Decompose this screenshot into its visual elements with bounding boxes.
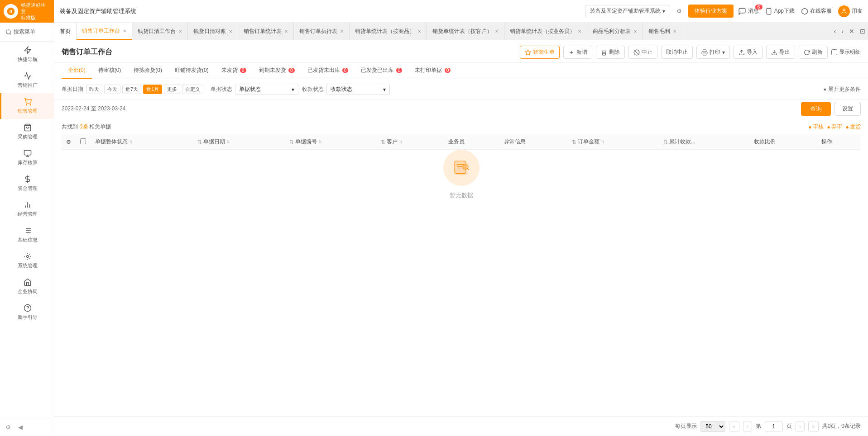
tab-sales-summary-customer[interactable]: 销货单统计表（按客户） ✕ xyxy=(427,23,504,40)
sidebar-search-area[interactable]: 搜索菜单 xyxy=(0,23,54,42)
subtab-shipped-out[interactable]: 已发货已出库 0 xyxy=(355,63,408,79)
user-menu-button[interactable]: 用友 xyxy=(838,5,863,17)
payment-select[interactable]: 收款状态 ▾ xyxy=(326,84,390,95)
delete-button[interactable]: 删除 xyxy=(596,46,625,59)
settings-icon-button[interactable]: ⚙ xyxy=(4,422,13,432)
tab-sales-summary-product-close[interactable]: ✕ xyxy=(417,29,421,34)
tab-prev-button[interactable]: ‹ xyxy=(831,26,839,37)
system-select-button[interactable]: 装备及固定资产辅助管理系统 ▾ xyxy=(585,5,670,17)
col-status-sort[interactable]: ⇅ xyxy=(129,139,133,144)
date-7days-btn[interactable]: 近7天 xyxy=(122,85,141,94)
next-page-button[interactable]: › xyxy=(796,422,805,431)
sidebar-item-inventory[interactable]: 库存核算 xyxy=(0,145,54,171)
query-button[interactable]: 查询 xyxy=(801,102,831,116)
search-menu-button[interactable]: 搜索菜单 xyxy=(4,26,50,38)
tab-sales-summary-staff[interactable]: 销货单统计表（按业务员） ✕ xyxy=(504,23,587,40)
date-today-btn[interactable]: 今天 xyxy=(104,85,120,94)
messages-button[interactable]: 消息 6 xyxy=(738,7,759,15)
table-checkbox-header[interactable] xyxy=(76,134,91,150)
col-number-sort-icon[interactable]: ⇅ xyxy=(289,139,294,145)
subtab-pending-review[interactable]: 待审核(0) xyxy=(92,63,128,79)
last-page-button[interactable]: » xyxy=(808,422,819,431)
date-more-btn[interactable]: 更多 xyxy=(164,85,180,94)
sidebar-item-operations[interactable]: 经营管理 xyxy=(0,196,54,222)
tab-sales-summary-staff-close[interactable]: ✕ xyxy=(578,29,581,34)
tab-home[interactable]: 首页 xyxy=(54,23,77,40)
print-button[interactable]: 打印 ▾ xyxy=(696,46,730,59)
sidebar-item-marketing[interactable]: 营销推广 xyxy=(0,67,54,93)
refresh-button[interactable]: 刷新 xyxy=(799,46,828,59)
date-custom-btn[interactable]: 自定义 xyxy=(182,85,203,94)
page-size-select[interactable]: 10 20 50 100 xyxy=(700,421,725,432)
date-yesterday-btn[interactable]: 昨天 xyxy=(86,85,102,94)
subtab-overdue-unshipped[interactable]: 到期未发货 0 xyxy=(253,63,301,79)
sidebar-item-basic[interactable]: 基础信息 xyxy=(0,222,54,248)
tab-sales-stats-close[interactable]: ✕ xyxy=(284,29,288,34)
tab-sales-stats[interactable]: 销售订单统计表 ✕ xyxy=(238,23,294,40)
subtab-unprinted[interactable]: 未打印单据 0 xyxy=(408,63,457,79)
subtab-unshipped[interactable]: 未发货 0 xyxy=(215,63,253,79)
sidebar-item-sales[interactable]: 销售管理 xyxy=(0,93,54,119)
sidebar-item-enterprise[interactable]: 企业协同 xyxy=(0,274,54,299)
col-date-sort-icon[interactable]: ⇅ xyxy=(197,139,202,145)
topbar-gear-button[interactable]: ⚙ xyxy=(675,6,684,16)
subtab-pending-check[interactable]: 待拣验货(0) xyxy=(127,63,168,79)
col-customer-sort[interactable]: ⇅ xyxy=(399,139,403,144)
tab-sales-exec-close[interactable]: ✕ xyxy=(340,29,344,34)
tab-cash-daily[interactable]: 钱货日清工作台 ✕ xyxy=(132,23,188,40)
export-button[interactable]: 导出 xyxy=(766,46,795,59)
col-amount-sort-icon[interactable]: ⇅ xyxy=(572,139,576,145)
smart-generate-button[interactable]: 智能生单 xyxy=(520,46,560,59)
stop-button[interactable]: 中止 xyxy=(628,46,657,59)
subtab-wangpu-ship[interactable]: 旺铺待发货(0) xyxy=(168,63,215,79)
settings-button[interactable]: 设置 xyxy=(834,102,861,116)
show-detail-checkbox-label[interactable]: 显示明细 xyxy=(831,48,861,56)
status-select[interactable]: 单据状态 ▾ xyxy=(235,84,298,95)
solution-button[interactable]: 体验行业方案 xyxy=(688,5,734,18)
date-1month-btn[interactable]: 近1月 xyxy=(143,85,162,94)
cancel-review-action-button[interactable]: ● 弃审 xyxy=(827,123,842,131)
tab-cash-reconcile[interactable]: 钱货日清对账 ✕ xyxy=(188,23,238,40)
tab-sales-workbench-close[interactable]: ✕ xyxy=(123,28,126,33)
app-download-button[interactable]: App下载 xyxy=(765,7,795,15)
col-customer-sort-icon[interactable]: ⇅ xyxy=(381,139,385,145)
sidebar-item-system[interactable]: 系统管理 xyxy=(0,248,54,274)
tab-menu-button[interactable]: ⊡ xyxy=(857,26,868,37)
col-collected-sort-icon[interactable]: ⇅ xyxy=(663,139,668,145)
col-date-sort[interactable]: ⇅ xyxy=(226,139,230,144)
col-number-sort[interactable]: ⇅ xyxy=(318,139,322,144)
add-button[interactable]: 新增 xyxy=(563,46,592,59)
select-all-checkbox[interactable] xyxy=(80,138,86,144)
tab-next-button[interactable]: › xyxy=(839,26,846,37)
tab-product-margin[interactable]: 商品毛利分析表 ✕ xyxy=(587,23,643,40)
show-detail-checkbox[interactable] xyxy=(831,49,837,55)
subtab-all[interactable]: 全部(0) xyxy=(62,63,92,79)
tab-sales-gross[interactable]: 销售毛利 ✕ xyxy=(643,23,682,40)
import-button[interactable]: 导入 xyxy=(734,46,762,59)
sidebar-item-guide[interactable]: 新手引导 xyxy=(0,299,54,325)
table-settings-header[interactable]: ⚙ xyxy=(62,134,76,150)
tab-close-all-button[interactable]: ✕ xyxy=(846,26,857,37)
first-page-button[interactable]: « xyxy=(729,422,739,431)
tab-sales-exec[interactable]: 销售订单执行表 ✕ xyxy=(294,23,350,40)
tab-sales-summary-customer-close[interactable]: ✕ xyxy=(495,29,499,34)
tab-sales-workbench[interactable]: 销售订单工作台 ✕ xyxy=(77,23,132,40)
subtab-shipped-not-out[interactable]: 已发货未出库 0 xyxy=(301,63,355,79)
tab-sales-gross-close[interactable]: ✕ xyxy=(673,29,676,34)
tab-sales-summary-product[interactable]: 销货单统计表（按商品） ✕ xyxy=(350,23,427,40)
cancel-stop-button[interactable]: 取消中止 xyxy=(661,46,693,59)
review-action-button[interactable]: ● 审核 xyxy=(808,123,823,131)
sidebar-item-quick-nav[interactable]: 快捷导航 xyxy=(0,42,54,67)
tab-product-margin-close[interactable]: ✕ xyxy=(633,29,637,34)
online-service-button[interactable]: 在线客服 xyxy=(801,7,832,15)
sidebar-item-purchase[interactable]: 采购管理 xyxy=(0,119,54,145)
prev-page-button[interactable]: ‹ xyxy=(743,422,752,431)
expand-filter-button[interactable]: ▾ 展开更多条件 xyxy=(824,85,861,93)
sidebar-item-finance[interactable]: 资金管理 xyxy=(0,171,54,196)
tab-cash-daily-close[interactable]: ✕ xyxy=(178,29,182,34)
col-amount-sort[interactable]: ⇅ xyxy=(601,139,604,144)
tab-cash-reconcile-close[interactable]: ✕ xyxy=(229,29,232,34)
page-number-input[interactable] xyxy=(765,422,783,431)
ship-action-button[interactable]: ● 发货 xyxy=(846,123,861,131)
collapse-sidebar-button[interactable]: ◀ xyxy=(16,422,24,432)
